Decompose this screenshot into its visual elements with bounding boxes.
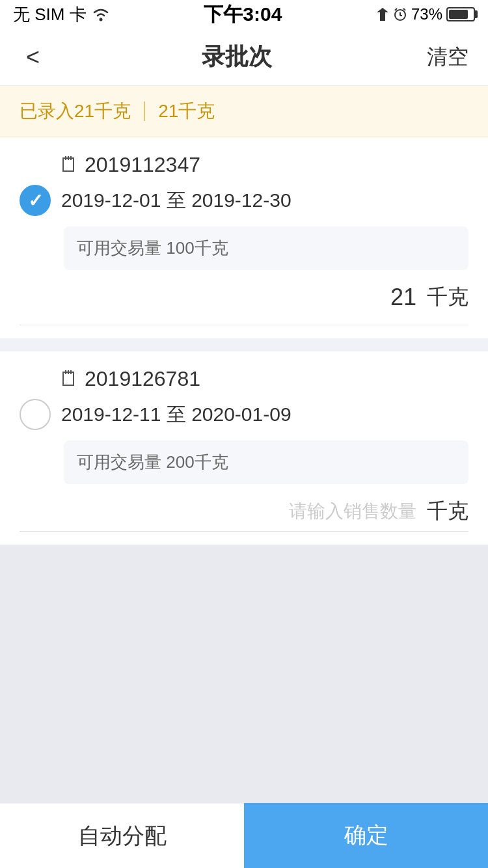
gray-area: [0, 545, 488, 831]
batch2-available: 可用交易量 200千克: [64, 441, 468, 484]
battery-icon: [446, 7, 475, 21]
batch1-divider: [20, 325, 468, 325]
batch1-date: 2019-12-01 至 2019-12-30: [61, 187, 291, 214]
batch1-radio[interactable]: [20, 185, 51, 216]
auto-distribute-button[interactable]: 自动分配: [0, 803, 244, 868]
status-time: 下午3:04: [204, 1, 282, 28]
status-carrier: 无 SIM 卡: [13, 3, 110, 26]
nav-bar: < 录批次 清空: [0, 29, 488, 86]
clear-button[interactable]: 清空: [427, 43, 468, 72]
page-title: 录批次: [202, 41, 272, 73]
carrier-text: 无 SIM 卡: [13, 3, 87, 26]
svg-line-5: [403, 8, 405, 10]
location-icon: [376, 7, 389, 21]
back-button[interactable]: <: [20, 37, 46, 77]
batch2-date: 2019-12-11 至 2020-01-09: [61, 401, 291, 428]
alarm-icon: [393, 7, 407, 21]
batch2-input-placeholder: 请输入销售数量: [289, 499, 416, 524]
batch-card-1: 🗒 2019112347 2019-12-01 至 2019-12-30 可用交…: [0, 137, 488, 338]
card-separator-1: [0, 338, 488, 351]
status-right: 73%: [376, 5, 475, 23]
batch2-radio[interactable]: [20, 399, 51, 430]
summary-amount: 21千克: [158, 99, 215, 124]
wifi-icon: [92, 7, 110, 21]
batch2-doc-icon: 🗒: [59, 367, 79, 391]
status-bar: 无 SIM 卡 下午3:04 73%: [0, 0, 488, 29]
bottom-bar: 自动分配 确定: [0, 803, 488, 868]
confirm-button[interactable]: 确定: [244, 803, 488, 868]
batch-card-2: 🗒 2019126781 2019-12-11 至 2020-01-09 可用交…: [0, 351, 488, 545]
batch1-doc-icon: 🗒: [59, 153, 79, 177]
svg-line-4: [395, 8, 397, 10]
batch1-id-row: 🗒 2019112347: [59, 153, 468, 177]
batch1-id: 2019112347: [85, 153, 200, 177]
summary-banner: 已录入21千克 21千克: [0, 86, 488, 137]
summary-divider: [144, 102, 145, 121]
svg-point-0: [99, 18, 102, 21]
batch2-input-divider: [20, 531, 468, 532]
batch1-unit: 千克: [427, 283, 468, 312]
batch2-unit: 千克: [427, 497, 468, 526]
recorded-label: 已录入21千克: [20, 99, 131, 124]
batch1-available: 可用交易量 100千克: [64, 226, 468, 270]
batch1-quantity-value: 21: [390, 284, 416, 311]
batch2-date-row[interactable]: 2019-12-11 至 2020-01-09: [20, 399, 468, 430]
batch2-input-row[interactable]: 请输入销售数量 千克: [0, 484, 488, 526]
batch1-date-row[interactable]: 2019-12-01 至 2019-12-30: [20, 185, 468, 216]
batch2-id: 2019126781: [85, 367, 200, 391]
batch1-quantity-row: 21 千克: [0, 270, 488, 312]
battery-percentage: 73%: [411, 5, 442, 23]
batch2-id-row: 🗒 2019126781: [59, 367, 468, 391]
